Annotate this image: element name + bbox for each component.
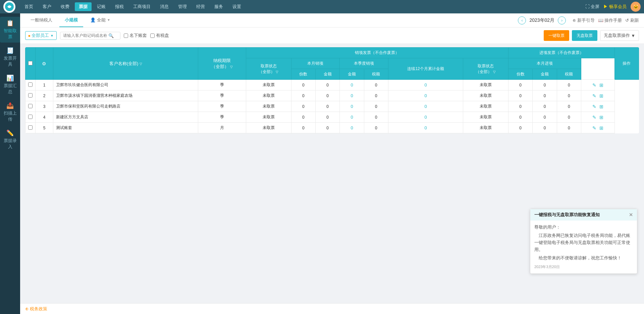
row-sales-status-4: 未取票 bbox=[246, 123, 291, 133]
customer-filter-icon[interactable]: ▽ bbox=[140, 62, 142, 66]
row-purchase-month-amount-3: 0 bbox=[533, 112, 557, 123]
row-edit-icon-0[interactable]: ✎ bbox=[592, 82, 596, 88]
one-click-ticket-btn[interactable]: 一键取票 bbox=[544, 30, 569, 41]
search-icon[interactable]: 🔍 bbox=[108, 33, 114, 38]
header-checkbox bbox=[25, 48, 36, 80]
notif-close-btn[interactable]: ✕ bbox=[629, 212, 633, 217]
header-sales-quarter-amount: 金额 bbox=[340, 69, 364, 80]
user-avatar[interactable]: 🐱 bbox=[631, 2, 641, 12]
row-period-1: 季 bbox=[198, 90, 246, 101]
row-sales-month-count-3: 0 bbox=[291, 112, 315, 123]
dropdown-arrow-icon: ▼ bbox=[631, 33, 635, 38]
nav-manage[interactable]: 管理 bbox=[174, 2, 191, 11]
row-index-0: 1 bbox=[36, 80, 53, 90]
nav-home[interactable]: 首页 bbox=[20, 2, 37, 11]
row-sales-quarter-amount-0: 0 bbox=[340, 80, 364, 90]
header-operation: 操作 bbox=[614, 48, 639, 80]
right-ops: ⊕ 新手引导 📖 操作手册 ↺ 刷新 bbox=[573, 17, 639, 23]
tax-disk-filter[interactable]: 有税盘 bbox=[150, 33, 169, 39]
row-select-3[interactable] bbox=[28, 115, 33, 119]
refresh-btn[interactable]: ↺ 刷新 bbox=[625, 17, 639, 23]
row-detail-icon-4[interactable]: ⊞ bbox=[599, 125, 603, 131]
header-quarterly-sales: 本季度销项 bbox=[340, 58, 388, 69]
sidebar-item-summary[interactable]: 📊 票据汇总 bbox=[0, 72, 20, 98]
tab-full-arrow: ▼ bbox=[107, 18, 110, 22]
row-actions-4: ✎ ⊞ bbox=[581, 123, 614, 133]
employee-filter[interactable]: ■ 全部员工 ▼ bbox=[25, 31, 57, 40]
row-detail-icon-1[interactable]: ⊞ bbox=[599, 93, 603, 99]
tax-policy-link[interactable]: ⊕ 税务政策 bbox=[25, 306, 47, 312]
nav-accounting[interactable]: 记账 bbox=[93, 2, 110, 11]
manual-btn[interactable]: 📖 操作手册 bbox=[598, 17, 622, 23]
row-purchase-status-1: 未取票 bbox=[463, 90, 508, 101]
header-sales-month-count: 份数 bbox=[291, 69, 315, 80]
nav-fee[interactable]: 收费 bbox=[57, 2, 73, 11]
sidebar-item-entry[interactable]: ✏️ 票据录入 bbox=[0, 127, 20, 152]
purchase-status-filter-icon[interactable]: ▽ bbox=[493, 70, 496, 74]
row-detail-icon-3[interactable]: ⊞ bbox=[599, 115, 603, 120]
header-purchase-month-amount: 金额 bbox=[533, 69, 557, 80]
select-all-checkbox[interactable] bbox=[28, 61, 33, 65]
row-edit-icon-4[interactable]: ✎ bbox=[592, 125, 596, 131]
row-purchase-status-2: 未取票 bbox=[463, 101, 508, 112]
row-edit-icon-3[interactable]: ✎ bbox=[592, 115, 596, 120]
nav-operation[interactable]: 经营 bbox=[192, 2, 209, 11]
no-disk-ticket-btn[interactable]: 无盘取票 bbox=[572, 30, 597, 41]
fullscreen-btn[interactable]: ⛶ 全屏 bbox=[585, 4, 600, 10]
row-name-4: 测试账套 bbox=[53, 123, 198, 133]
period-prev-btn[interactable]: ‹ bbox=[518, 16, 526, 24]
tab-general[interactable]: 一般纳税人 bbox=[25, 14, 58, 27]
notif-scroll[interactable]: 尊敬的用户： 江苏政务网已恢复访问电子税务局功能，易代账一键登陆电子税务局与无盘… bbox=[530, 221, 637, 273]
member-btn[interactable]: ▶ 畅享会员 bbox=[603, 4, 627, 10]
sales-status-filter-icon[interactable]: ▽ bbox=[276, 70, 278, 74]
row-sales-month-count-2: 0 bbox=[291, 101, 315, 112]
row-edit-icon-2[interactable]: ✎ bbox=[592, 104, 596, 109]
row-edit-icon-1[interactable]: ✎ bbox=[592, 93, 596, 99]
sidebar-item-scan[interactable]: 📤 扫描上传 bbox=[0, 99, 20, 125]
header-purchase-status: 取票状态（全部） ▽ bbox=[463, 58, 508, 80]
right-buttons: 一键取票 无盘取票 无盘取票操作 ▼ bbox=[544, 30, 639, 41]
guide-btn[interactable]: ⊕ 新手引导 bbox=[573, 17, 595, 23]
my-account-checkbox[interactable] bbox=[124, 34, 128, 38]
row-purchase-month-count-4: 0 bbox=[508, 123, 532, 133]
period-next-btn[interactable]: › bbox=[558, 16, 566, 24]
row-select-0[interactable] bbox=[28, 82, 33, 87]
no-disk-op-btn[interactable]: 无盘取票操作 ▼ bbox=[600, 30, 639, 41]
nav-business[interactable]: 工商项目 bbox=[129, 2, 155, 11]
sidebar-item-issue[interactable]: 🧾 发票开具 bbox=[0, 44, 20, 70]
settings-icon[interactable]: ⚙ bbox=[42, 61, 46, 66]
header-monthly-sales: 本月销项 bbox=[291, 58, 340, 69]
nav-items: 首页 客户 收费 票据 记账 报税 工商项目 消息 管理 经营 服务 设置 bbox=[20, 2, 585, 11]
row-purchase-month-tax-3: 0 bbox=[557, 112, 581, 123]
nav-service[interactable]: 服务 bbox=[210, 2, 227, 11]
search-input[interactable] bbox=[63, 33, 107, 38]
row-purchase-month-count-2: 0 bbox=[508, 101, 532, 112]
status-bar: ⊕ 税务政策 bbox=[20, 303, 644, 314]
nav-settings[interactable]: 设置 bbox=[228, 2, 245, 11]
row-period-2: 季 bbox=[198, 101, 246, 112]
table-row: 4 新建区方方文具店 季 未取票 0 0 0 0 0 未取票 0 0 0 ✎ ⊞ bbox=[25, 112, 639, 123]
row-sales-month-amount-2: 0 bbox=[315, 101, 339, 112]
nav-tax[interactable]: 报税 bbox=[111, 2, 128, 11]
my-account-filter[interactable]: 名下账套 bbox=[124, 33, 147, 39]
nav-message[interactable]: 消息 bbox=[156, 2, 173, 11]
tax-disk-checkbox[interactable] bbox=[150, 34, 155, 38]
nav-customer[interactable]: 客户 bbox=[39, 2, 55, 11]
invoice-table: ⚙ 客户名称(全部) ▽ 纳税期限 （全部） ▽ 销项发票（不合作废票） 进项发… bbox=[25, 47, 639, 133]
summary-icon: 📊 bbox=[6, 74, 14, 82]
header-tax-period: 纳税期限 （全部） ▽ bbox=[198, 48, 246, 80]
row-actions-0: ✎ ⊞ bbox=[581, 80, 614, 90]
row-sales-quarter-tax-2: 0 bbox=[364, 101, 388, 112]
row-actions-1: ✎ ⊞ bbox=[581, 90, 614, 101]
period-filter-icon[interactable]: ▽ bbox=[230, 65, 233, 69]
row-detail-icon-0[interactable]: ⊞ bbox=[599, 82, 603, 88]
row-select-2[interactable] bbox=[28, 104, 33, 108]
tab-small[interactable]: 小规模 bbox=[59, 14, 83, 27]
sidebar-item-smart-ticket[interactable]: 📋 智能取票 bbox=[0, 17, 20, 43]
row-select-1[interactable] bbox=[28, 93, 33, 98]
tab-full[interactable]: 👤 全能 ▼ bbox=[85, 14, 116, 27]
nav-invoice[interactable]: 票据 bbox=[75, 2, 92, 11]
row-select-4[interactable] bbox=[28, 125, 33, 130]
row-detail-icon-2[interactable]: ⊞ bbox=[599, 104, 603, 109]
row-actions-3: ✎ ⊞ bbox=[581, 112, 614, 123]
